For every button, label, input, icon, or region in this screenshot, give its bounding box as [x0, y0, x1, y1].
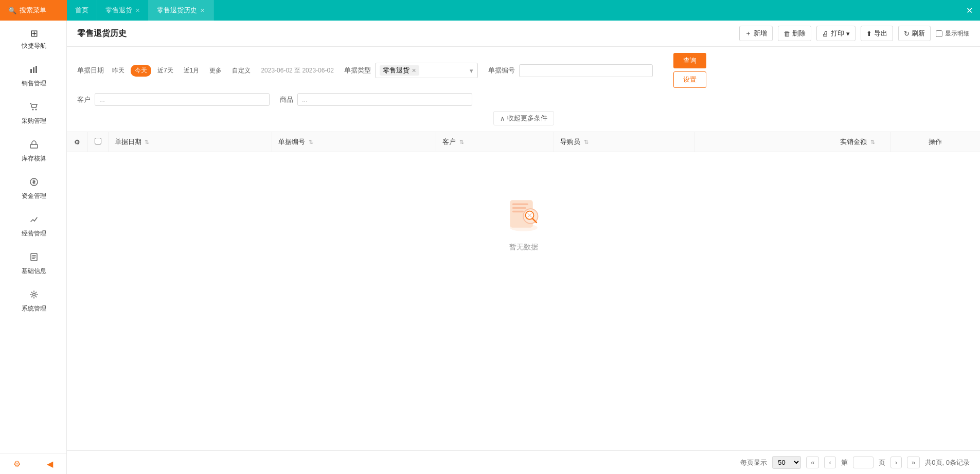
voucher-type-tag-label: 零售退货: [383, 66, 409, 75]
settings-icon[interactable]: ⚙: [74, 138, 80, 146]
svg-rect-13: [512, 211, 523, 213]
top-bar: 🔍 搜索菜单 首页 零售退货 ✕ 零售退货历史 ✕ ✕: [0, 0, 980, 21]
tab-retail-return-history[interactable]: 零售退货历史 ✕: [149, 0, 213, 21]
prev-page-button[interactable]: ‹: [824, 457, 835, 468]
finance-icon: [29, 177, 39, 189]
th-action: 操作: [890, 132, 980, 152]
page-size-label: 每页显示: [740, 458, 767, 467]
system-icon: [29, 290, 39, 302]
collapse-up-icon: ∧: [500, 115, 505, 122]
tab-retail-return-close[interactable]: ✕: [135, 7, 140, 14]
sidebar-item-finance-label: 资金管理: [22, 192, 46, 200]
th-guide-sort-icon[interactable]: ⇅: [584, 139, 589, 145]
th-no-sort-icon[interactable]: ⇅: [309, 139, 313, 145]
select-all-checkbox[interactable]: [95, 138, 101, 144]
sidebar-item-operation[interactable]: 经营管理: [0, 208, 66, 245]
print-label: 打印: [831, 29, 844, 38]
window-close-button[interactable]: ✕: [959, 6, 980, 15]
data-table: ⚙ 单据日期 ⇅ 单据编号 ⇅: [67, 132, 980, 152]
th-date-sort-icon[interactable]: ⇅: [145, 139, 149, 145]
filter-area: 单据日期 昨天 今天 近7天 近1月 更多 自定义 2023-06-02 至 2…: [67, 47, 980, 132]
query-set-group: 查询 设置: [673, 53, 706, 88]
operation-icon: [29, 215, 39, 227]
th-customer-sort-icon[interactable]: ⇅: [459, 139, 464, 145]
export-button[interactable]: ⬆ 导出: [861, 26, 893, 41]
tab-home-label: 首页: [75, 6, 88, 15]
svg-rect-11: [512, 204, 528, 206]
pagination-bar: 每页显示 10 20 50 100 « ‹ 第 1 页 › » 共0页, 0条记…: [67, 450, 980, 474]
sidebar-item-sales[interactable]: 销售管理: [0, 58, 66, 95]
tab-home[interactable]: 首页: [67, 0, 97, 21]
refresh-button[interactable]: ↻ 刷新: [898, 26, 931, 41]
query-button[interactable]: 查询: [673, 53, 706, 68]
settings-bottom-icon[interactable]: ⚙: [13, 459, 21, 469]
new-button[interactable]: ＋ 新增: [739, 26, 773, 41]
sidebar-item-purchase[interactable]: 采购管理: [0, 95, 66, 133]
goods-filter: 商品 ...: [280, 93, 472, 106]
svg-rect-5: [30, 144, 38, 148]
tab-retail-return-history-label: 零售退货历史: [157, 6, 197, 15]
voucher-type-select[interactable]: 零售退货 ✕ ▾: [375, 63, 478, 78]
th-customer: 客户 ⇅: [436, 132, 554, 152]
th-amount-sort-icon[interactable]: ⇅: [870, 139, 875, 145]
sidebar-item-quick-nav[interactable]: ⊞ 快捷导航: [0, 21, 66, 58]
last-page-button[interactable]: »: [907, 457, 920, 468]
th-amount-label: 实销金额: [840, 138, 867, 145]
sidebar-item-purchase-label: 采购管理: [22, 117, 46, 125]
first-page-button[interactable]: «: [806, 457, 819, 468]
sidebar-item-basic-info[interactable]: 基础信息: [0, 245, 66, 283]
collapse-sidebar-icon[interactable]: ◀: [47, 459, 53, 469]
voucher-type-filter: 单据类型 零售退货 ✕ ▾: [344, 63, 478, 78]
date-shortcut-7days[interactable]: 近7天: [153, 65, 177, 77]
quick-nav-icon: ⊞: [30, 28, 38, 39]
date-shortcut-today[interactable]: 今天: [131, 65, 151, 77]
delete-button[interactable]: 🗑 删除: [778, 26, 811, 41]
new-label: 新增: [754, 29, 767, 38]
refresh-icon: ↻: [904, 30, 910, 38]
svg-rect-0: [30, 69, 32, 73]
collapse-filter-button[interactable]: ∧ 收起更多条件: [493, 111, 554, 125]
print-button[interactable]: 🖨 打印 ▾: [816, 26, 856, 41]
show-detail-toggle[interactable]: 显示明细: [936, 29, 970, 38]
tab-retail-return-history-close[interactable]: ✕: [200, 7, 205, 14]
page-size-select[interactable]: 10 20 50 100: [772, 456, 801, 469]
date-shortcut-more[interactable]: 更多: [205, 65, 226, 77]
th-amount: 实销金额 ⇅: [695, 132, 891, 152]
tab-retail-return-label: 零售退货: [105, 6, 132, 15]
sales-icon: [29, 65, 39, 77]
tab-retail-return[interactable]: 零售退货 ✕: [97, 0, 149, 21]
sidebar-bottom: ⚙ ◀: [0, 453, 66, 474]
th-no: 单据编号 ⇅: [272, 132, 436, 152]
goods-select[interactable]: ...: [297, 93, 472, 106]
customer-select[interactable]: ...: [95, 93, 270, 106]
date-shortcut-custom[interactable]: 自定义: [228, 65, 255, 77]
current-page-input[interactable]: 1: [853, 457, 874, 468]
date-shortcut-1month[interactable]: 近1月: [180, 65, 204, 77]
voucher-no-label: 单据编号: [488, 66, 515, 75]
empty-illustration: [501, 193, 547, 234]
voucher-type-tag: 零售退货 ✕: [380, 65, 419, 76]
voucher-no-input[interactable]: [519, 64, 653, 77]
voucher-type-tag-close[interactable]: ✕: [412, 67, 416, 74]
search-menu-button[interactable]: 🔍 搜索菜单: [0, 0, 67, 21]
filter-row-1: 单据日期 昨天 今天 近7天 近1月 更多 自定义 2023-06-02 至 2…: [77, 53, 970, 88]
date-shortcut-yesterday[interactable]: 昨天: [108, 65, 129, 77]
sidebar: ⊞ 快捷导航 销售管理 采购管理 库存核算 资金管理: [0, 21, 67, 474]
page-word-ye: 页: [879, 458, 885, 467]
next-page-button[interactable]: ›: [890, 457, 902, 468]
table-area: ⚙ 单据日期 ⇅ 单据编号 ⇅: [67, 132, 980, 450]
show-detail-label: 显示明细: [945, 29, 970, 38]
show-detail-checkbox[interactable]: [936, 30, 942, 37]
page-header: 零售退货历史 ＋ 新增 🗑 删除 🖨 打印 ▾ ⬆ 导出: [67, 21, 980, 47]
sidebar-item-system-label: 系统管理: [22, 304, 46, 313]
sidebar-item-finance[interactable]: 资金管理: [0, 170, 66, 208]
new-icon: ＋: [745, 29, 752, 38]
sidebar-item-system[interactable]: 系统管理: [0, 283, 66, 320]
svg-rect-2: [35, 66, 37, 73]
sidebar-item-inventory[interactable]: 库存核算: [0, 133, 66, 170]
svg-point-3: [32, 109, 34, 111]
collapse-label: 收起更多条件: [507, 114, 547, 123]
voucher-type-label: 单据类型: [344, 66, 371, 75]
set-button[interactable]: 设置: [673, 71, 706, 88]
th-no-label: 单据编号: [278, 138, 305, 145]
